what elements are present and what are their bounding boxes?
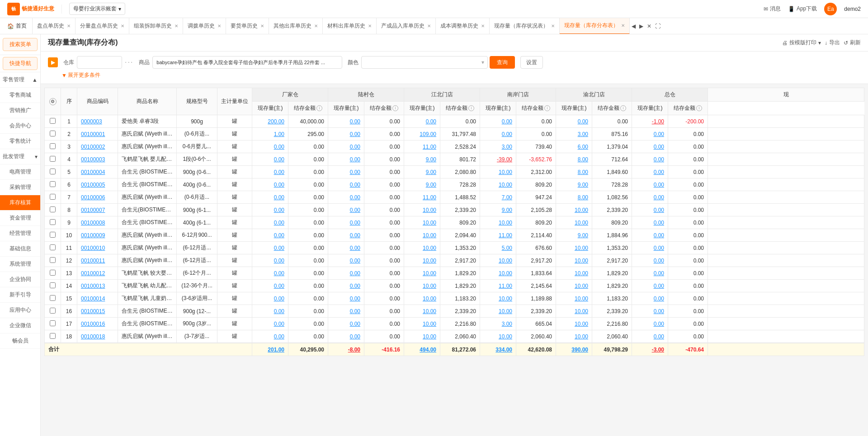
row-tot-qty[interactable]: -1.00 — [632, 115, 668, 128]
row-tot-qty[interactable]: 0.00 — [632, 292, 668, 305]
row-tot-qty[interactable]: 0.00 — [632, 280, 668, 292]
row-check[interactable] — [45, 254, 61, 267]
row-code[interactable]: 00100010 — [77, 242, 118, 254]
row-w1-qty[interactable]: 0.00 — [252, 178, 288, 191]
row-w5-qty[interactable]: 10.00 — [556, 318, 592, 330]
tab-close-icon[interactable]: ✕ — [481, 23, 485, 28]
quick-nav-btn[interactable]: 快捷导航 — [3, 57, 38, 70]
row-check[interactable] — [45, 166, 61, 178]
tab-close-icon[interactable]: ✕ — [121, 23, 124, 28]
row-tot-qty[interactable]: 0.00 — [632, 166, 668, 178]
row-w3-qty[interactable]: 10.00 — [404, 280, 440, 292]
row-w5-qty[interactable]: 10.00 — [556, 216, 592, 229]
row-w1-qty[interactable]: 0.00 — [252, 254, 288, 267]
row-tot-qty[interactable]: 0.00 — [632, 305, 668, 318]
row-w3-qty[interactable]: 10.00 — [404, 204, 440, 216]
row-w5-qty[interactable]: 10.00 — [556, 267, 592, 280]
tab-requisition-history[interactable]: 要货单历史 ✕ — [226, 18, 269, 34]
row-w5-qty[interactable]: 8.00 — [556, 191, 592, 204]
row-w3-qty[interactable]: 9.00 — [404, 166, 440, 178]
row-w5-qty[interactable]: 0.00 — [556, 115, 592, 128]
info-icon[interactable]: i — [316, 105, 322, 111]
row-check[interactable] — [45, 305, 61, 318]
tab-close-icon[interactable]: ✕ — [217, 23, 221, 28]
sidebar-item-retail-shop[interactable]: 零售商城 — [0, 88, 40, 103]
summary-w2-qty[interactable]: -8.00 — [328, 343, 364, 356]
row-w5-qty[interactable]: 10.00 — [556, 305, 592, 318]
tab-adjust-history[interactable]: 调拨单历史 ✕ — [183, 18, 226, 34]
row-w4-qty[interactable]: 10.00 — [480, 305, 516, 318]
row-check[interactable] — [45, 204, 61, 216]
row-w4-qty[interactable]: 0.00 — [480, 115, 516, 128]
row-w2-qty[interactable]: 0.00 — [328, 166, 364, 178]
row-w4-qty[interactable]: 10.00 — [480, 166, 516, 178]
tab-portion-inventory[interactable]: 分量盘点单历史 ✕ — [75, 18, 129, 34]
sidebar-item-marketing[interactable]: 营销推广 — [0, 103, 40, 118]
row-w2-qty[interactable]: 0.00 — [328, 153, 364, 166]
row-w5-qty[interactable]: 10.00 — [556, 330, 592, 343]
row-check[interactable] — [45, 153, 61, 166]
sidebar-item-app-center[interactable]: 应用中心 — [0, 303, 40, 318]
row-w3-qty[interactable]: 10.00 — [404, 229, 440, 242]
message-btn[interactable]: ✉ 消息 — [764, 5, 781, 13]
info-icon[interactable]: i — [544, 105, 550, 111]
row-w2-qty[interactable]: 0.00 — [328, 330, 364, 343]
row-check[interactable] — [45, 178, 61, 191]
sidebar-item-ecommerce-mgmt[interactable]: 电商管理 — [0, 164, 40, 180]
row-code[interactable]: 00100006 — [77, 191, 118, 204]
row-w3-qty[interactable]: 11.00 — [404, 141, 440, 153]
tab-other-out-history[interactable]: 其他出库单历史 ✕ — [269, 18, 323, 34]
tab-close-icon[interactable]: ✕ — [314, 23, 318, 28]
row-w2-qty[interactable]: 0.00 — [328, 178, 364, 191]
row-tot-qty[interactable]: 0.00 — [632, 153, 668, 166]
sidebar-item-enterprise-collab[interactable]: 企业协同 — [0, 272, 40, 287]
row-w3-qty[interactable]: 10.00 — [404, 292, 440, 305]
export-btn[interactable]: ↓ 导出 — [825, 39, 840, 47]
row-w4-qty[interactable]: 7.00 — [480, 191, 516, 204]
sidebar-item-finance-mgmt[interactable]: 资金管理 — [0, 211, 40, 226]
row-tot-qty[interactable]: 0.00 — [632, 229, 668, 242]
sidebar-item-wholesale-mgmt[interactable]: 批发管理 ▾ — [0, 149, 40, 164]
row-w3-qty[interactable]: 0.00 — [404, 115, 440, 128]
row-w5-qty[interactable]: 9.00 — [556, 229, 592, 242]
row-w1-qty[interactable]: 0.00 — [252, 204, 288, 216]
row-w4-qty[interactable]: 10.00 — [480, 178, 516, 191]
row-code[interactable]: 00100013 — [77, 280, 118, 292]
info-icon[interactable]: i — [468, 105, 474, 111]
info-icon[interactable]: i — [392, 105, 398, 111]
row-w2-qty[interactable]: 0.00 — [328, 141, 364, 153]
row-code[interactable]: 00100004 — [77, 166, 118, 178]
row-w2-qty[interactable]: 0.00 — [328, 216, 364, 229]
summary-w5-qty[interactable]: 390.00 — [556, 343, 592, 356]
avatar[interactable]: Ea — [824, 3, 837, 15]
row-check[interactable] — [45, 191, 61, 204]
row-w3-qty[interactable]: 9.00 — [404, 178, 440, 191]
row-code[interactable]: 00100012 — [77, 267, 118, 280]
summary-tot-qty[interactable]: -3.00 — [632, 343, 668, 356]
row-check[interactable] — [45, 330, 61, 343]
sidebar-item-retail-stats[interactable]: 零售统计 — [0, 134, 40, 149]
row-tot-qty[interactable]: 0.00 — [632, 204, 668, 216]
row-w2-qty[interactable]: 0.00 — [328, 292, 364, 305]
row-w4-qty[interactable]: 10.00 — [480, 292, 516, 305]
tab-stock-status[interactable]: 现存量（库存状况表） ✕ — [490, 18, 560, 34]
row-code[interactable]: 00100015 — [77, 305, 118, 318]
row-tot-qty[interactable]: 0.00 — [632, 330, 668, 343]
row-w1-qty[interactable]: 0.00 — [252, 267, 288, 280]
row-w5-qty[interactable]: 10.00 — [556, 204, 592, 216]
row-w1-qty[interactable]: 0.00 — [252, 229, 288, 242]
tab-home[interactable]: 🏠 首页 — [2, 18, 33, 34]
row-w5-qty[interactable]: 10.00 — [556, 254, 592, 267]
sidebar-item-vip-member[interactable]: 畅会员 — [0, 333, 40, 349]
tab-expand-btn[interactable]: ⛶ — [653, 23, 662, 29]
sidebar-item-purchase-mgmt[interactable]: 采购管理 — [0, 180, 40, 195]
tab-next-btn[interactable]: ▶ — [637, 23, 645, 29]
expand-conditions-btn[interactable]: ▼ 展开更多条件 — [61, 71, 861, 79]
sidebar-item-ops-mgmt[interactable]: 经营管理 — [0, 226, 40, 241]
row-w1-qty[interactable]: 0.00 — [252, 292, 288, 305]
row-w3-qty[interactable]: 10.00 — [404, 242, 440, 254]
row-check[interactable] — [45, 128, 61, 141]
product-input[interactable] — [152, 56, 342, 69]
row-w1-qty[interactable]: 0.00 — [252, 330, 288, 343]
row-w4-qty[interactable]: 0.00 — [480, 128, 516, 141]
